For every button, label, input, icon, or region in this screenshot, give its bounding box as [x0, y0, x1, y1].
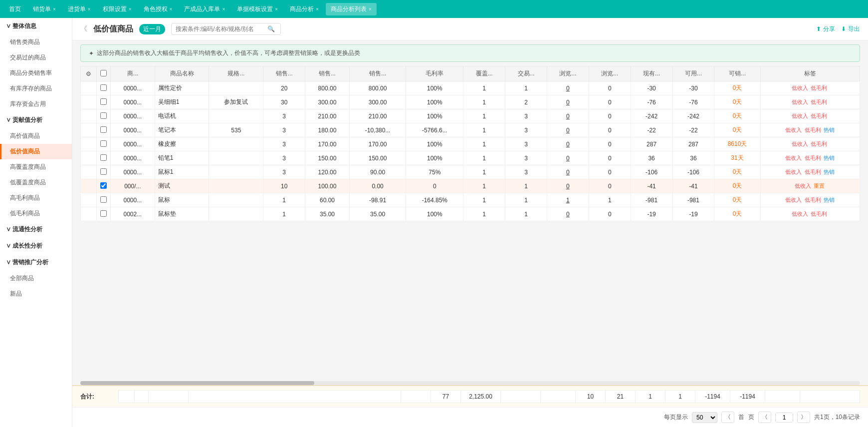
cell-name: 铅笔1: [155, 151, 209, 165]
cell-checkbox[interactable]: [97, 95, 111, 109]
nav-purchase-order[interactable]: 进货单 ×: [63, 3, 96, 15]
nav-inbound-close[interactable]: ×: [222, 6, 225, 12]
sidebar-item-stock-capital[interactable]: 库存资金占用: [0, 96, 72, 112]
cell-coverage: 1: [463, 123, 505, 137]
col-trade[interactable]: 交易...: [505, 66, 547, 81]
row-checkbox[interactable]: [100, 140, 107, 147]
export-button[interactable]: ⬇ 导出: [841, 25, 860, 33]
row-checkbox[interactable]: [100, 126, 107, 133]
col-sales-qty[interactable]: 销售...: [263, 66, 305, 81]
next-page-btn[interactable]: 〉: [797, 412, 810, 423]
row-checkbox[interactable]: [100, 210, 107, 217]
horizontal-scrollbar[interactable]: [80, 381, 860, 385]
row-checkbox[interactable]: [100, 112, 107, 119]
sidebar-item-high-coverage[interactable]: 高覆盖度商品: [0, 159, 72, 175]
nav-role-close[interactable]: ×: [170, 6, 173, 12]
nav-permission[interactable]: 权限设置 ×: [98, 3, 137, 15]
col-spec[interactable]: 规格...: [209, 66, 263, 81]
sidebar-item-category-rate[interactable]: 商品分类销售率: [0, 65, 72, 81]
browse1-link[interactable]: 0: [566, 113, 570, 120]
browse1-link[interactable]: 1: [566, 197, 570, 204]
collapse-sidebar-icon[interactable]: 《: [80, 24, 87, 33]
col-checkbox[interactable]: [97, 66, 111, 81]
nav-home[interactable]: 首页: [4, 3, 26, 15]
cell-checkbox[interactable]: [97, 123, 111, 137]
per-page-select[interactable]: 50 100 200: [692, 412, 717, 423]
col-saleable[interactable]: 可销...: [714, 66, 760, 81]
nav-sales-order[interactable]: 销货单 ×: [28, 3, 61, 15]
cell-checkbox[interactable]: [97, 109, 111, 123]
row-checkbox[interactable]: [100, 168, 107, 175]
cell-current-stock: 287: [631, 137, 672, 151]
nav-permission-close[interactable]: ×: [129, 6, 132, 12]
cell-available: -242: [672, 109, 714, 123]
col-browse2[interactable]: 浏览...: [589, 66, 631, 81]
cell-checkbox[interactable]: [97, 165, 111, 179]
col-coverage[interactable]: 覆盖...: [463, 66, 505, 81]
sidebar-group-contribution[interactable]: ∨ 贡献值分析: [0, 112, 72, 128]
sidebar-item-new-products[interactable]: 新品: [0, 286, 72, 302]
browse1-link[interactable]: 0: [566, 183, 570, 190]
sidebar-item-low-value[interactable]: 低价值商品: [0, 144, 72, 159]
sidebar-item-low-coverage[interactable]: 低覆盖度商品: [0, 175, 72, 190]
share-button[interactable]: ⬆ 分享: [816, 25, 835, 33]
select-all-checkbox[interactable]: [100, 70, 107, 76]
col-sales-amount[interactable]: 销售...: [305, 66, 350, 81]
cell-checkbox[interactable]: [97, 193, 111, 207]
browse1-link[interactable]: 0: [566, 127, 570, 134]
prev-page-btn[interactable]: 〈: [758, 412, 771, 423]
cell-checkbox[interactable]: [97, 179, 111, 193]
browse1-link[interactable]: 0: [566, 211, 570, 218]
table-row: 0000... 笔记本 535 3 180.00 -10,380... -576…: [81, 123, 860, 137]
nav-analysis-close[interactable]: ×: [316, 6, 319, 12]
col-current-stock[interactable]: 现有...: [631, 66, 672, 81]
row-checkbox[interactable]: [100, 154, 107, 161]
cell-checkbox[interactable]: [97, 81, 111, 95]
cell-checkbox[interactable]: [97, 151, 111, 165]
nav-template-close[interactable]: ×: [275, 6, 278, 12]
cell-checkbox[interactable]: [97, 137, 111, 151]
col-sales-price[interactable]: 销售...: [349, 66, 406, 81]
search-input[interactable]: [176, 25, 265, 32]
browse1-link[interactable]: 0: [566, 99, 570, 106]
col-browse1[interactable]: 浏览...: [547, 66, 589, 81]
nav-analysis-list-close[interactable]: ×: [369, 6, 372, 12]
col-name[interactable]: 商品名称: [155, 66, 209, 81]
sidebar-group-growth[interactable]: ∨ 成长性分析: [0, 238, 72, 254]
col-available[interactable]: 可用...: [672, 66, 714, 81]
row-checkbox[interactable]: [100, 182, 107, 189]
sidebar-group-circulation[interactable]: ∨ 流通性分析: [0, 221, 72, 238]
sidebar-item-sales-products[interactable]: 销售类商品: [0, 34, 72, 50]
col-gross-margin[interactable]: 毛利率: [406, 66, 463, 81]
sidebar-item-low-margin[interactable]: 低毛利商品: [0, 206, 72, 221]
nav-product-analysis-list[interactable]: 商品分析列表 ×: [326, 3, 377, 15]
browse1-link[interactable]: 0: [566, 85, 570, 92]
row-checkbox[interactable]: [100, 98, 107, 105]
row-checkbox[interactable]: [100, 84, 107, 91]
sidebar-item-high-value[interactable]: 高价值商品: [0, 128, 72, 144]
first-page-btn[interactable]: 〈: [721, 412, 734, 423]
col-code[interactable]: 商...: [111, 66, 155, 81]
cell-checkbox[interactable]: [97, 207, 111, 221]
browse1-link[interactable]: 0: [566, 155, 570, 162]
nav-sales-close[interactable]: ×: [53, 6, 56, 12]
period-tag[interactable]: 近一月: [139, 24, 165, 34]
nav-purchase-close[interactable]: ×: [88, 6, 91, 12]
sidebar-group-marketing[interactable]: ∨ 营销推广分析: [0, 254, 72, 271]
sidebar-group-overall[interactable]: ∨ 整体信息: [0, 18, 72, 34]
sidebar-item-traded-products[interactable]: 交易过的商品: [0, 50, 72, 65]
browse1-link[interactable]: 0: [566, 141, 570, 148]
current-page-input[interactable]: [775, 413, 793, 423]
sidebar-item-high-margin[interactable]: 高毛利商品: [0, 190, 72, 206]
nav-template[interactable]: 单据模板设置 ×: [232, 3, 283, 15]
nav-product-inbound[interactable]: 产成品入库单 ×: [179, 3, 230, 15]
sidebar-item-all-products[interactable]: 全部商品: [0, 271, 72, 286]
sidebar-item-stock-products[interactable]: 有库序存的商品: [0, 81, 72, 96]
col-gear[interactable]: ⚙: [81, 66, 97, 81]
row-checkbox[interactable]: [100, 196, 107, 203]
scrollbar-thumb[interactable]: [80, 381, 314, 385]
nav-product-analysis[interactable]: 商品分析 ×: [285, 3, 324, 15]
nav-role-auth[interactable]: 角色授权 ×: [139, 3, 178, 15]
search-icon[interactable]: 🔍: [267, 25, 275, 32]
browse1-link[interactable]: 0: [566, 169, 570, 176]
